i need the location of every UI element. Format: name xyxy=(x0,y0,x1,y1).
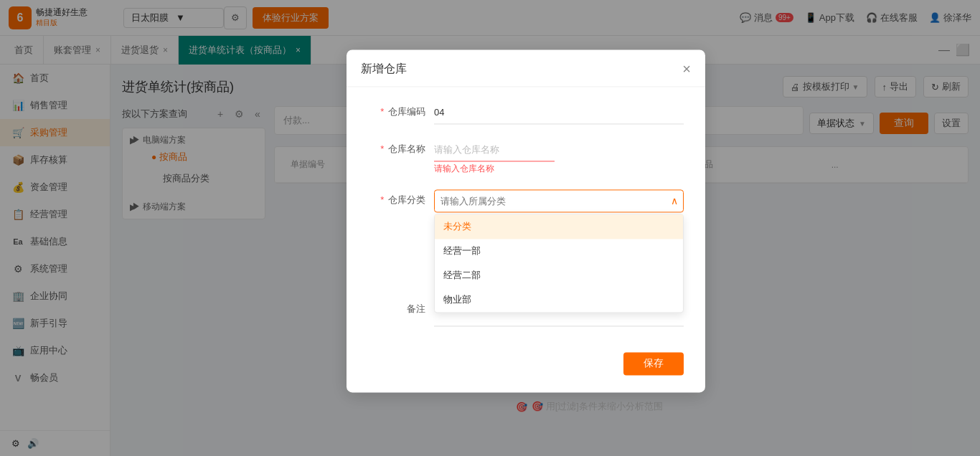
dropdown-item-uncategorized[interactable]: 未分类 xyxy=(435,214,683,239)
dropdown-item-op2[interactable]: 经营二部 xyxy=(435,263,683,288)
dropdown-item-op1[interactable]: 经营一部 xyxy=(435,239,683,263)
modal-title: 新增仓库 xyxy=(361,62,407,77)
save-btn[interactable]: 保存 xyxy=(623,352,684,375)
category-dropdown: 未分类 经营一部 经营二部 物业部 xyxy=(434,214,684,313)
category-input[interactable] xyxy=(434,189,684,212)
modal-header: 新增仓库 × xyxy=(347,49,705,87)
dropdown-item-op3[interactable]: 物业部 xyxy=(435,288,683,312)
name-error-msg: 请输入仓库名称 xyxy=(434,163,555,175)
code-input[interactable] xyxy=(434,101,684,124)
form-row-category: * 仓库分类 ∧ 未分类 经营一部 经营二部 xyxy=(368,189,684,212)
code-label: * 仓库编码 xyxy=(368,101,425,118)
note-label: 备注 xyxy=(368,298,425,315)
form-row-code: * 仓库编码 xyxy=(368,101,684,124)
name-input[interactable] xyxy=(434,138,555,161)
modal-close-btn[interactable]: × xyxy=(682,61,691,77)
modal-body: * 仓库编码 * 仓库名称 请输入仓库名称 * 仓库分类 xyxy=(347,87,705,326)
new-warehouse-modal: 新增仓库 × * 仓库编码 * 仓库名称 请输入仓库名称 xyxy=(347,49,705,392)
form-row-name: * 仓库名称 请输入仓库名称 xyxy=(368,138,684,175)
modal-footer: 保存 xyxy=(347,341,705,375)
category-label: * 仓库分类 xyxy=(368,189,425,206)
name-label: * 仓库名称 xyxy=(368,138,425,156)
category-select-wrap: ∧ 未分类 经营一部 经营二部 物业部 xyxy=(434,189,684,212)
